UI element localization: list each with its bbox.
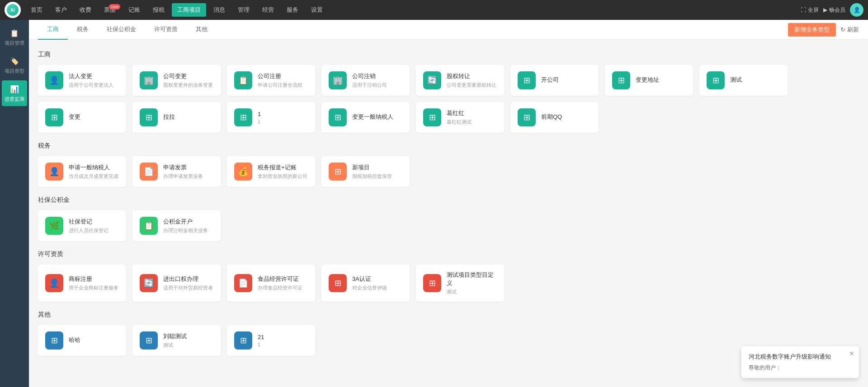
- sidebar: 📋 项目管理 🏷️ 项目类型 📊 进度监测: [0, 20, 29, 387]
- 3a-cert-icon: ⊞: [329, 274, 347, 292]
- nav-service[interactable]: 服务: [281, 3, 304, 17]
- vip-button[interactable]: ▶ 畅会员: [823, 6, 845, 14]
- liucong-test-icon: ⊞: [140, 331, 158, 350]
- card-preqq[interactable]: ⊞ 前期QQ: [510, 102, 599, 133]
- card-desc: 办理申请发票业务: [163, 173, 203, 180]
- card-name: 前期QQ: [541, 113, 562, 121]
- card-desc: 公司变更需要股权转让: [447, 82, 496, 89]
- social-card-grid: 🌿 社保登记 进行人员社保登记 📋 公积金开户 办理公积金相关业务: [38, 210, 859, 241]
- new-type-button[interactable]: 新增业务类型: [788, 23, 836, 37]
- card-test[interactable]: ⊞ 测试: [699, 65, 788, 96]
- card-test-project-type[interactable]: ⊞ 测试项目类型目定义 测试: [416, 265, 504, 302]
- card-fund-account[interactable]: 📋 公积金开户 办理公积金相关业务: [132, 210, 221, 241]
- nav-settings[interactable]: 设置: [306, 3, 328, 17]
- card-desc: 1: [258, 119, 261, 124]
- sidebar-item-progress[interactable]: 📊 进度监测: [2, 80, 27, 106]
- card-desc: 测试: [163, 342, 187, 349]
- tab-social-security[interactable]: 社保公积金: [98, 20, 145, 40]
- license-card-grid: 👤 商标注册 用于企业商标注册服务 🔄 进出口权办理 适用于对外贸易经营者 📄: [38, 265, 859, 302]
- change-address-icon: ⊞: [612, 71, 630, 89]
- nav-fee[interactable]: 收费: [74, 3, 97, 17]
- nav-bookkeeping[interactable]: 记账: [123, 3, 146, 17]
- card-liucong-test[interactable]: ⊞ 刘聪测试 测试: [132, 325, 221, 356]
- card-change-address[interactable]: ⊞ 变更地址: [605, 65, 693, 96]
- progress-icon: 📊: [9, 84, 19, 94]
- tab-other[interactable]: 其他: [187, 20, 217, 40]
- section-title-license: 许可资质: [38, 250, 859, 258]
- tab-license[interactable]: 许可资质: [145, 20, 187, 40]
- open-company-icon: ⊞: [518, 71, 536, 89]
- card-1[interactable]: ⊞ 1 1: [227, 102, 315, 133]
- card-desc: 用于企业商标注册服务: [69, 284, 118, 291]
- card-trademark[interactable]: 👤 商标注册 用于企业商标注册服务: [38, 265, 126, 302]
- card-desc: 葛红红测试: [447, 119, 472, 126]
- card-equity-transfer[interactable]: 🔄 股权转让 公司变更需要股权转让: [416, 65, 504, 96]
- card-desc: 适用于对外贸易经营者: [163, 284, 213, 291]
- card-food-license[interactable]: 📄 食品经营许可证 办理食品经营许可证: [227, 265, 315, 302]
- card-tax-report[interactable]: 💰 税务报道+记账 拿到营业执照的新公司: [227, 156, 315, 187]
- card-desc: 拿到营业执照的新公司: [258, 173, 307, 180]
- card-name: 1: [258, 111, 261, 117]
- card-open-company[interactable]: ⊞ 开公司: [510, 65, 599, 96]
- card-name: 申请一般纳税人: [69, 163, 118, 172]
- user-avatar[interactable]: 👤: [850, 3, 863, 17]
- card-name: 3A认证: [352, 275, 387, 283]
- card-apply-taxpayer[interactable]: 👤 申请一般纳税人 当月或次月成变更完成: [38, 156, 126, 187]
- haha-icon: ⊞: [45, 331, 63, 350]
- card-company-change[interactable]: 🏢 公司变更 股权变更外的业务变更: [132, 65, 221, 96]
- card-name: 测试项目类型目定义: [447, 271, 497, 287]
- section-title-social: 社保公积金: [38, 196, 859, 204]
- nav-operation[interactable]: 经营: [257, 3, 279, 17]
- nav-message[interactable]: 消息: [208, 3, 231, 17]
- notification-content: 尊敬的用户：: [749, 364, 852, 372]
- card-desc: 办理公积金相关业务: [163, 227, 208, 234]
- nav-tax[interactable]: 报税: [147, 3, 170, 17]
- notification-close[interactable]: ✕: [849, 350, 854, 357]
- card-name: 公积金开户: [163, 218, 208, 226]
- card-desc: 申请公司注册全流程: [258, 82, 302, 89]
- card-new-project[interactable]: ⊞ 新项目 报税加税控盘保管: [321, 156, 410, 187]
- refresh-button[interactable]: ↻ 刷新: [840, 26, 859, 34]
- card-name: 拉拉: [163, 113, 175, 121]
- card-change-taxpayer[interactable]: ⊞ 变更一般纳税人: [321, 102, 410, 133]
- card-21[interactable]: ⊞ 21 1: [227, 325, 315, 356]
- tab-tax[interactable]: 税务: [68, 20, 98, 40]
- section-title-other: 其他: [38, 311, 859, 319]
- card-name: 股权转让: [447, 72, 496, 80]
- nav-ticket[interactable]: 票据 new: [99, 3, 121, 17]
- card-name: 法人变更: [69, 72, 113, 80]
- fullscreen-button[interactable]: ⛶ 全屏: [801, 6, 819, 14]
- card-name: 开公司: [541, 76, 559, 84]
- nav-customer[interactable]: 客户: [50, 3, 72, 17]
- sidebar-item-project-management[interactable]: 📋 项目管理: [2, 24, 27, 50]
- card-company-cancel[interactable]: 🏢 公司注销 适用于注销公司: [321, 65, 410, 96]
- tab-bar: 工商 税务 社保公积金 许可资质 其他 新增业务类型 ↻ 刷新: [29, 20, 868, 40]
- scroll-content: 工商 👤 法人变更 适用于公司变更法人 🏢 公司变更 股权变更外的业务变更: [29, 40, 868, 387]
- card-desc: 1: [258, 342, 264, 347]
- change-taxpayer-icon: ⊞: [329, 108, 347, 126]
- card-name: 公司变更: [163, 72, 213, 80]
- card-haha[interactable]: ⊞ 哈哈: [38, 325, 126, 356]
- card-apply-invoice[interactable]: 📄 申请发票 办理申请发票业务: [132, 156, 221, 187]
- card-company-register[interactable]: 📋 公司注册 申请公司注册全流程: [227, 65, 315, 96]
- card-name: 21: [258, 334, 264, 340]
- card-lala[interactable]: ⊞ 拉拉: [132, 102, 221, 133]
- card-name: 公司注销: [352, 72, 387, 80]
- food-license-icon: 📄: [234, 274, 252, 292]
- card-social-register[interactable]: 🌿 社保登记 进行人员社保登记: [38, 210, 126, 241]
- card-desc: 报税加税控盘保管: [352, 173, 392, 180]
- avatar-icon: 👤: [854, 7, 860, 13]
- card-change[interactable]: ⊞ 变更: [38, 102, 126, 133]
- card-ge-honghong[interactable]: ⊞ 葛红红 葛红红测试: [416, 102, 504, 133]
- nav-industry[interactable]: 工商项目: [172, 3, 206, 17]
- card-3a-cert[interactable]: ⊞ 3A认证 对企业信誉评级: [321, 265, 410, 302]
- tab-industry[interactable]: 工商: [38, 20, 68, 40]
- nav-home[interactable]: 首页: [25, 3, 48, 17]
- nav-management[interactable]: 管理: [232, 3, 255, 17]
- card-import-export[interactable]: 🔄 进出口权办理 适用于对外贸易经营者: [132, 265, 221, 302]
- app-logo[interactable]: Ai: [5, 2, 21, 18]
- card-name: 变更: [69, 113, 80, 121]
- card-legal-change[interactable]: 👤 法人变更 适用于公司变更法人: [38, 65, 126, 96]
- sidebar-item-project-type[interactable]: 🏷️ 项目类型: [2, 52, 27, 78]
- card-name: 新项目: [352, 163, 392, 172]
